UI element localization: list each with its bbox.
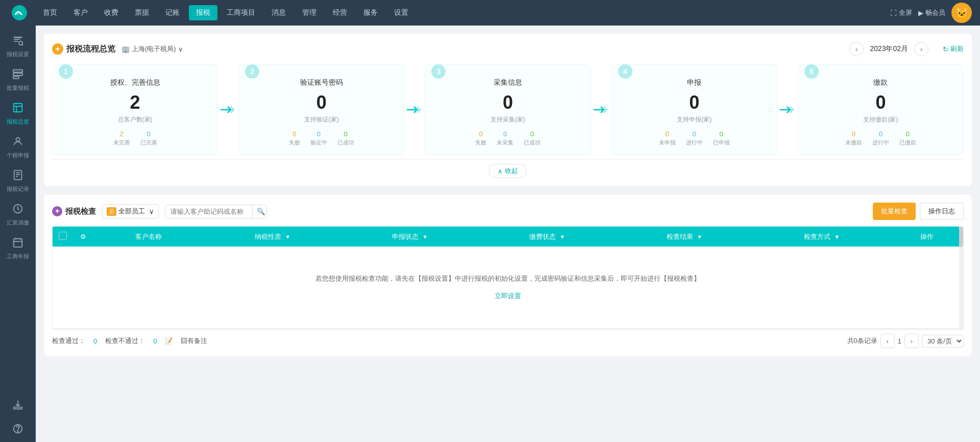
filter-icon-tax-nature: ▼	[285, 234, 290, 240]
collapse-button[interactable]: ∧ 收起	[489, 164, 527, 178]
chevron-up-icon: ∧	[498, 167, 503, 175]
scrollbar-thumb[interactable]	[959, 227, 963, 247]
step-title-4: 申报	[620, 78, 769, 87]
nav-home[interactable]: 首页	[36, 5, 64, 20]
step-stats-4: 0 未申报 0 进行中 0 已申报	[620, 130, 769, 146]
flow-arrow-1	[218, 64, 238, 155]
sidebar-help[interactable]	[0, 418, 36, 442]
refresh-button[interactable]: ↻ 刷新	[943, 44, 964, 54]
table-header-pay-status[interactable]: 缴费状态 ▼	[478, 227, 616, 247]
sidebar-label-tax-settings: 报税设置	[7, 51, 29, 58]
step-title-2: 验证账号密码	[247, 78, 396, 87]
setup-link[interactable]: 立即设置	[495, 292, 521, 300]
nav-accounting[interactable]: 记账	[158, 5, 187, 20]
stat-label-3-1: 未采集	[497, 139, 513, 146]
nav-tax[interactable]: 报税	[189, 5, 217, 20]
search-button[interactable]: 🔍	[252, 205, 267, 218]
sidebar-item-batch-tax[interactable]: 批量报税	[0, 63, 36, 97]
stat-val-1-0[interactable]: 2	[119, 130, 123, 138]
sidebar-label-tax-records: 报税记录	[7, 185, 29, 193]
nav-business[interactable]: 工商项目	[219, 5, 262, 20]
settlement-icon	[12, 203, 23, 217]
table-header-tax-nature[interactable]: 纳税性质 ▼	[204, 227, 341, 247]
step-subtitle-3: 支持采集(家)	[433, 115, 582, 124]
location-icon: 🏢	[121, 45, 130, 53]
table-header-customer[interactable]: 客户名称	[93, 227, 204, 247]
nav-items: 首页 客户 收费 票据 记账 报税 工商项目 消息 管理 经营 服务 设置	[36, 5, 890, 20]
nav-management[interactable]: 管理	[295, 5, 324, 20]
nav-fee[interactable]: 收费	[97, 5, 126, 20]
stat-val-5-0[interactable]: 0	[852, 130, 855, 138]
tax-records-icon	[12, 169, 23, 183]
stat-val-3-2[interactable]: 0	[530, 130, 534, 138]
stat-2-1: 0 验证中	[310, 130, 327, 146]
flow-arrow-2	[404, 64, 425, 155]
empty-message: 若您想使用报税检查功能，请先在【报税设置】中进行报税的初始化设置，完成密码验证和…	[69, 272, 947, 285]
help-icon	[12, 423, 23, 437]
select-all-checkbox[interactable]	[59, 232, 67, 240]
employee-icon: 员	[107, 207, 116, 216]
member-button[interactable]: ▶ 畅会员	[918, 8, 945, 17]
stat-val-3-1[interactable]: 0	[503, 130, 507, 138]
stat-val-5-1[interactable]: 0	[879, 130, 883, 138]
batch-check-button[interactable]: 批量检查	[873, 203, 916, 220]
pass-count[interactable]: 0	[93, 337, 97, 345]
operation-log-button[interactable]: 操作日志	[920, 203, 964, 220]
stat-val-2-2[interactable]: 0	[344, 130, 348, 138]
stat-val-4-2[interactable]: 0	[720, 130, 723, 138]
employee-select[interactable]: 员 全部员工 ∨	[102, 204, 159, 218]
stat-val-2-1[interactable]: 0	[317, 130, 321, 138]
check-title: ✦ 报税检查	[52, 206, 96, 216]
page-size-select[interactable]: 30 条/页	[922, 335, 964, 348]
filter-icon-pay-status: ▼	[559, 234, 565, 240]
sidebar-item-annual-report[interactable]: 工商年报	[0, 232, 36, 265]
empty-state: 若您想使用报税检查功能，请先在【报税设置】中进行报税的初始化设置，完成密码验证和…	[59, 252, 957, 323]
mascot-avatar[interactable]: 🐱	[951, 3, 972, 23]
nav-messages[interactable]: 消息	[264, 5, 293, 20]
search-input[interactable]	[165, 205, 252, 218]
sidebar-item-personal-tax[interactable]: 个税申报	[0, 131, 36, 164]
nav-settings[interactable]: 设置	[387, 5, 415, 20]
sidebar-label-annual-report: 工商年报	[7, 253, 29, 260]
stat-val-5-2[interactable]: 0	[906, 130, 910, 138]
step-number-1: 1	[59, 64, 73, 79]
nav-customer[interactable]: 客户	[66, 5, 95, 20]
location-tag[interactable]: 🏢 上海(电子税局) ∨	[121, 44, 183, 54]
table-header-checkbox[interactable]	[53, 227, 73, 247]
stat-val-4-0[interactable]: 0	[666, 130, 669, 138]
table-header-check-method[interactable]: 检查方式 ▼	[753, 227, 890, 247]
sidebar-item-tax-settings[interactable]: 报税设置	[0, 30, 36, 63]
fail-count[interactable]: 0	[153, 337, 157, 345]
sidebar-item-tax-overview[interactable]: 报税总览	[0, 97, 36, 131]
refresh-label: 刷新	[950, 44, 964, 54]
header-check-result-label: 检查结果	[667, 233, 693, 240]
table-header-check-result[interactable]: 检查结果 ▼	[616, 227, 753, 247]
batch-tax-icon	[12, 68, 23, 82]
sidebar-item-tax-records[interactable]: 报税记录	[0, 164, 36, 198]
nav-invoice[interactable]: 票据	[128, 5, 156, 20]
next-month-button[interactable]: ›	[914, 42, 928, 56]
stat-val-4-1[interactable]: 0	[693, 130, 696, 138]
sidebar-download[interactable]	[0, 394, 36, 418]
stat-val-2-0[interactable]: 0	[292, 130, 296, 138]
nav-operations[interactable]: 经营	[326, 5, 354, 20]
stat-label-2-2: 已成功	[337, 139, 354, 146]
flow-steps: 1 授权、完善信息 2 总客户数(家) 2 未完善 0 已完善	[52, 64, 964, 155]
sidebar-item-settlement[interactable]: 汇算清缴	[0, 198, 36, 232]
first-page-button[interactable]: ‹	[880, 334, 895, 348]
next-page-button[interactable]: ›	[904, 334, 919, 348]
scrollbar-track[interactable]	[959, 227, 963, 329]
personal-tax-icon	[12, 136, 23, 150]
table-header-declare-status[interactable]: 申报状态 ▼	[341, 227, 478, 247]
flow-arrow-4	[777, 64, 798, 155]
stat-val-3-0[interactable]: 0	[479, 130, 482, 138]
table-header-operations: 操作	[890, 227, 963, 247]
fullscreen-button[interactable]: ⛶ 全屏	[890, 8, 912, 17]
table-header-settings[interactable]: ⚙	[73, 227, 93, 247]
step-number-2: 2	[245, 64, 259, 79]
prev-month-button[interactable]: ‹	[849, 42, 864, 56]
refresh-icon: ↻	[943, 45, 948, 53]
stat-val-1-1[interactable]: 0	[146, 130, 150, 138]
nav-services[interactable]: 服务	[356, 5, 385, 20]
app-logo[interactable]	[8, 2, 31, 24]
